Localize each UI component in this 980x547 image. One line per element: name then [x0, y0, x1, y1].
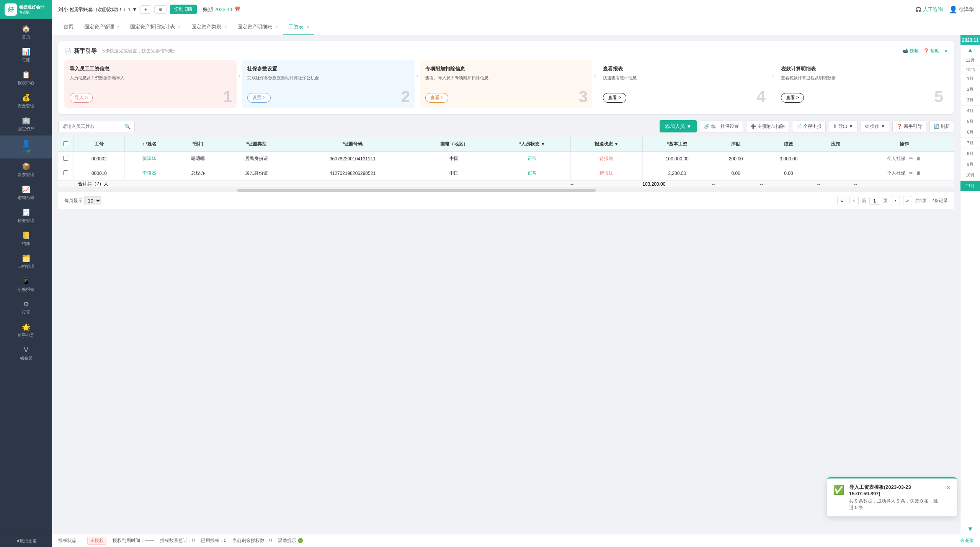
help-btn[interactable]: 🎧 人工咨询 [915, 6, 943, 13]
sidebar-item-新手引导[interactable]: 🌟新手引导 [0, 319, 52, 342]
tab-首页[interactable]: 首页 [58, 19, 79, 35]
cell-name[interactable]: 徐泽华 [125, 152, 174, 166]
sidebar-item-畅会员[interactable]: V畅会员 [0, 342, 52, 365]
sidebar-item-发票管理[interactable]: 📦发票管理 [0, 158, 52, 181]
tab-close-icon[interactable]: × [178, 24, 180, 29]
select-all-checkbox[interactable] [63, 141, 68, 146]
guide-btn[interactable]: ❓ 新手引导 [892, 121, 926, 132]
refresh-btn[interactable]: 🔄 刷新 [929, 121, 954, 132]
tab-close-icon[interactable]: × [224, 24, 227, 29]
social-security-link[interactable]: 个人社保 [887, 156, 905, 161]
cal-month-10月[interactable]: 10月 [960, 170, 980, 181]
tab-固定资产管理[interactable]: 固定资产管理 × [79, 19, 125, 35]
export-btn[interactable]: ⬇ 导出 ▼ [829, 121, 858, 132]
cal-month-5月[interactable]: 5月 [960, 116, 980, 127]
cal-month-9月[interactable]: 9月 [960, 159, 980, 170]
sidebar-item-结账[interactable]: 📒结账 [0, 227, 52, 250]
sidebar-item-工资[interactable]: 👤工资 [0, 136, 52, 158]
sidebar-item-进销台账[interactable]: 📈进销台账 [0, 181, 52, 204]
cal-month-3月[interactable]: 3月 [960, 95, 980, 106]
cal-month-1月[interactable]: 1月 [960, 73, 980, 84]
operation-btn[interactable]: ⚙ 操作 ▼ [861, 121, 890, 132]
add-person-btn[interactable]: 添加人员 ▼ [660, 120, 697, 132]
tab-固定资产明细账[interactable]: 固定资产明细账 × [232, 19, 283, 35]
edit-link[interactable]: ✏ [909, 156, 913, 161]
cal-down-btn[interactable]: ▼ [966, 524, 975, 534]
summary-total: 103,200.00 [642, 181, 712, 188]
guide-help-btn[interactable]: ❓ 帮助 [923, 48, 939, 54]
tab-固定资产类别[interactable]: 固定资产类别 × [186, 19, 232, 35]
sidebar-item-总账[interactable]: 📊总账 [0, 44, 52, 67]
add-account-btn[interactable]: + [140, 5, 151, 14]
cal-month-8月[interactable]: 8月 [960, 149, 980, 159]
sidebar-item-资金管理[interactable]: 💰资金管理 [0, 90, 52, 113]
cal-month-6月[interactable]: 6月 [960, 127, 980, 138]
last-page-btn[interactable]: » [903, 196, 912, 205]
search-input[interactable] [62, 124, 122, 129]
prev-page-btn[interactable]: ‹ [849, 196, 859, 205]
row-checkbox-cell[interactable] [58, 166, 74, 181]
charge-link[interactable]: 去充值 [960, 537, 974, 544]
tab-工资表[interactable]: 工资表 × [283, 19, 314, 35]
page-input[interactable] [869, 197, 880, 205]
tab-close-icon[interactable]: × [117, 24, 119, 29]
summary-label: 合计共（2）人 [74, 181, 570, 188]
row-checkbox[interactable] [63, 156, 68, 161]
sidebar-item-报表中心[interactable]: 📋报表中心 [0, 67, 52, 90]
guide-step-btn-5[interactable]: 查看 > [781, 93, 804, 103]
tax-report-btn[interactable]: 📄 个税申报 [792, 121, 826, 132]
auth-status: 未授权 [87, 537, 106, 545]
sidebar-item-税务管理[interactable]: 🧾税务管理 [0, 204, 52, 227]
cell-dept: 嗯嗯嗯 [174, 152, 222, 166]
guide-step-btn-1[interactable]: 导入 > [70, 93, 93, 103]
cell-name[interactable]: 李俊杰 [125, 166, 174, 181]
toast-close-btn[interactable]: ✕ [946, 484, 951, 491]
tab-固定资产折旧统计表[interactable]: 固定资产折旧统计表 × [125, 19, 186, 35]
switch-version-btn[interactable]: 切到旧版 [170, 5, 197, 14]
sidebar-label: 进销台账 [18, 195, 34, 201]
guide-close-btn[interactable]: ✕ [944, 49, 948, 54]
special-deduction-btn[interactable]: ➕ 专项附加扣除 [746, 121, 789, 132]
cal-month-12月[interactable]: 12月 [960, 55, 980, 66]
guide-step-btn-3[interactable]: 查看 > [425, 93, 448, 103]
sidebar-item-归档管理[interactable]: 🗂️归档管理 [0, 250, 52, 273]
sidebar-item-固定资产[interactable]: 🏢固定资产 [0, 113, 52, 136]
cal-month-2月[interactable]: 2月 [960, 84, 980, 95]
cal-month-4月[interactable]: 4月 [960, 106, 980, 116]
sidebar-item-小畅报销[interactable]: 📱小畅报销 [0, 273, 52, 296]
tab-close-icon[interactable]: × [275, 24, 278, 29]
user-menu[interactable]: 👤 徐泽华 [949, 5, 974, 14]
guide-step-btn-2[interactable]: 设置 > [247, 93, 270, 103]
cell-country: 中国 [414, 152, 494, 166]
sidebar-item-设置[interactable]: ⚙设置 [0, 296, 52, 319]
select-all-header[interactable] [58, 137, 74, 152]
cal-month-7月[interactable]: 7月 [960, 138, 980, 149]
guide-step-5: 税款计算明细表 查看税款计算过程及明细数据 查看 > 5 [776, 60, 948, 108]
settings-btn[interactable]: ⚙ [154, 5, 167, 14]
tab-close-icon[interactable]: × [307, 24, 309, 29]
row-checkbox[interactable] [63, 170, 68, 175]
social-security-btn[interactable]: 🔗 统一社保设置 [700, 121, 743, 132]
per-page-select[interactable]: 102050 [84, 196, 101, 205]
row-checkbox-cell[interactable] [58, 152, 74, 166]
delete-link[interactable]: 🗑 [916, 170, 921, 176]
salary-table-container: 工号 ↑ *姓名 *部门 *证照类型 *证照号码 国籍（地区） *人员状态 ▼ … [58, 137, 954, 187]
first-page-btn[interactable]: « [837, 196, 846, 205]
next-page-btn[interactable]: › [891, 196, 900, 205]
sidebar-item-首页[interactable]: 🏠首页 [0, 21, 52, 44]
cal-up-btn[interactable]: ▲ [966, 45, 975, 55]
guide-step-btn-4[interactable]: 查看 > [603, 93, 626, 103]
sidebar-collapse-btn[interactable]: ◀取消固定 [0, 535, 52, 547]
guide-video-btn[interactable]: 📹 视频 [902, 48, 918, 54]
guide-arrow: › [415, 72, 420, 80]
social-security-link[interactable]: 个人社保 [887, 170, 905, 176]
edit-link[interactable]: ✏ [909, 170, 913, 176]
delete-link[interactable]: 🗑 [916, 156, 921, 161]
toast-desc: 共 9 条数据，成功导入 9 条，失败 0 条，跳过 0 条 [849, 498, 941, 511]
used-auth-label: 已用授权：0 [201, 537, 227, 544]
cell-allowance: 0.00 [712, 166, 760, 181]
cal-month-11月[interactable]: 11月 [960, 181, 980, 191]
account-selector[interactable]: 刘小艳演示账套（勿删勿动！）1 ▼ [58, 6, 137, 13]
summary-dash4: -- [817, 181, 854, 188]
cell-base-salary: 3,200.00 [642, 166, 712, 181]
